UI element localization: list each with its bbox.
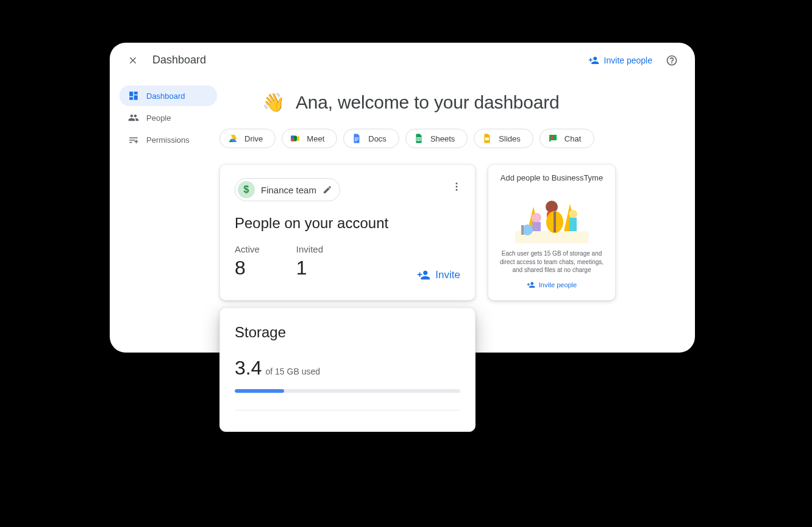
invite-people-label: Invite people <box>604 56 652 65</box>
team-chip[interactable]: $ Finance team <box>235 178 340 201</box>
promo-invite-link[interactable]: Invite people <box>527 281 577 289</box>
main-content: 👋 Ana, welcome to your dashboard Drive M… <box>219 91 683 301</box>
stat-value: 8 <box>235 257 260 279</box>
svg-rect-30 <box>569 218 577 231</box>
app-chip-chat[interactable]: Chat <box>540 129 594 148</box>
svg-rect-26 <box>554 212 556 232</box>
sidebar-item-label: Permissions <box>146 135 190 145</box>
app-chip-label: Meet <box>307 134 324 143</box>
promo-title: Add people to BusinessTyme <box>496 173 608 182</box>
storage-progress <box>235 389 460 393</box>
pencil-icon <box>322 185 332 195</box>
invite-button-label: Invite <box>435 269 460 281</box>
people-card: $ Finance team People on your account Ac… <box>219 164 475 301</box>
svg-rect-10 <box>355 139 358 140</box>
help-icon[interactable] <box>666 54 678 66</box>
promo-invite-label: Invite people <box>539 281 577 289</box>
storage-card: Storage 3.4 of 15 GB used <box>219 307 475 432</box>
docs-icon <box>351 133 362 144</box>
meet-icon <box>290 133 301 144</box>
app-chip-drive[interactable]: Drive <box>219 129 276 148</box>
svg-rect-16 <box>550 136 554 139</box>
welcome-text: Ana, welcome to your dashboard <box>296 92 560 113</box>
sidebar-item-label: People <box>146 113 171 123</box>
sheets-icon <box>413 133 424 144</box>
slides-icon <box>482 133 493 144</box>
svg-rect-15 <box>485 138 489 141</box>
svg-rect-32 <box>521 225 524 235</box>
dollar-icon: $ <box>238 181 255 198</box>
svg-point-23 <box>546 201 558 213</box>
stat-value: 1 <box>296 257 323 279</box>
stat-active: Active 8 <box>235 244 260 279</box>
app-chip-label: Drive <box>244 134 263 143</box>
sidebar: Dashboard People Permissions <box>119 85 217 151</box>
app-chip-meet[interactable]: Meet <box>282 129 337 148</box>
sidebar-item-people[interactable]: People <box>119 107 217 128</box>
svg-rect-9 <box>355 138 358 138</box>
svg-point-18 <box>456 186 458 188</box>
app-chip-label: Sheets <box>430 134 455 143</box>
storage-progress-fill <box>235 389 284 393</box>
sidebar-item-label: Dashboard <box>146 91 185 101</box>
app-chip-sheets[interactable]: Sheets <box>405 129 468 148</box>
svg-point-17 <box>456 182 458 184</box>
svg-rect-7 <box>291 136 294 139</box>
svg-point-19 <box>456 189 458 191</box>
divider <box>235 410 460 410</box>
team-name: Finance team <box>261 185 316 195</box>
storage-title: Storage <box>235 324 460 341</box>
app-chip-slides[interactable]: Slides <box>474 129 533 148</box>
app-chip-label: Docs <box>368 134 386 143</box>
promo-description: Each user gets 15 GB of storage and dire… <box>496 249 608 274</box>
welcome-heading: 👋 Ana, welcome to your dashboard <box>219 91 683 113</box>
svg-point-29 <box>569 210 577 218</box>
sidebar-item-dashboard[interactable]: Dashboard <box>119 85 217 106</box>
people-card-title: People on your account <box>235 215 460 232</box>
stat-label: Active <box>235 244 260 254</box>
storage-value: 3.4 <box>235 357 262 379</box>
drive-icon <box>227 133 238 144</box>
app-chip-label: Slides <box>499 134 520 143</box>
more-icon[interactable] <box>449 179 464 194</box>
admin-window: Dashboard Invite people Dashboard People… <box>110 43 695 353</box>
page-title: Dashboard <box>152 54 588 66</box>
svg-rect-28 <box>532 222 541 231</box>
app-shortcuts: Drive Meet Docs Sheets <box>219 129 683 148</box>
svg-rect-11 <box>355 140 357 141</box>
promo-illustration <box>515 188 588 243</box>
invite-button[interactable]: Invite <box>417 268 460 282</box>
app-chip-docs[interactable]: Docs <box>343 129 399 148</box>
invite-people-button[interactable]: Invite people <box>588 55 652 66</box>
storage-suffix: of 15 GB used <box>265 367 320 376</box>
stat-label: Invited <box>296 244 323 254</box>
header: Dashboard Invite people <box>110 43 695 74</box>
wave-icon: 👋 <box>262 91 285 113</box>
svg-point-27 <box>532 213 541 223</box>
promo-card: Add people to BusinessTyme <box>488 164 616 301</box>
close-icon[interactable] <box>127 54 139 66</box>
svg-marker-6 <box>297 136 299 142</box>
sidebar-item-permissions[interactable]: Permissions <box>119 129 217 150</box>
app-chip-label: Chat <box>564 134 581 143</box>
svg-rect-8 <box>291 138 294 142</box>
stat-invited: Invited 1 <box>296 244 323 279</box>
chat-icon <box>547 133 558 144</box>
